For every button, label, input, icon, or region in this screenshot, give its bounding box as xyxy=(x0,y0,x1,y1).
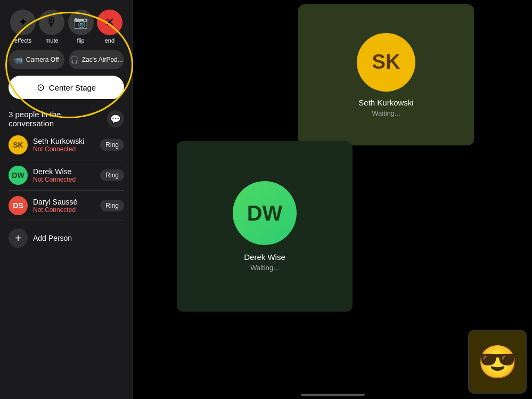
camera-label: Camera Off xyxy=(26,56,59,63)
avatar-seth-list: SK xyxy=(9,135,28,154)
people-section-header: 3 people in the conversation 💬 xyxy=(0,105,133,130)
center-stage-button[interactable]: ⊙ Center Stage xyxy=(9,76,124,99)
mute-button[interactable]: 🎙 mute xyxy=(39,10,64,44)
sidebar-panel: ✦ effects 🎙 mute 📷 flip ✕ end 📹 Camera O… xyxy=(0,0,133,399)
avatar-derek: DW xyxy=(233,181,297,245)
airpod-label: Zac's AirPod... xyxy=(82,56,123,63)
self-emoji: 😎 xyxy=(469,331,526,393)
device-row: 📹 Camera Off 🎧 Zac's AirPod... xyxy=(0,48,133,74)
effects-label: effects xyxy=(14,37,31,44)
add-person-button[interactable]: + Add Person xyxy=(0,221,133,255)
end-icon: ✕ xyxy=(97,10,122,35)
headphone-icon: 🎧 xyxy=(70,55,79,64)
add-person-label: Add Person xyxy=(33,234,72,242)
effects-button[interactable]: ✦ effects xyxy=(10,10,36,44)
center-stage-icon: ⊙ xyxy=(37,82,45,93)
participant-daryl-row: DS Daryl Saussè Not Connected Ring xyxy=(0,191,133,221)
seth-info: Seth Kurkowski Not Connected xyxy=(33,137,95,153)
seth-name: Seth Kurkowski xyxy=(33,137,95,145)
derek-info: Derek Wise Not Connected xyxy=(33,167,95,183)
flip-icon: 📷 xyxy=(68,10,94,35)
self-view-thumbnail: 😎 xyxy=(468,330,527,394)
derek-ring-button[interactable]: Ring xyxy=(100,169,124,181)
derek-status: Not Connected xyxy=(33,176,95,183)
tile-derek-status: Waiting... xyxy=(250,264,279,272)
controls-row: ✦ effects 🎙 mute 📷 flip ✕ end xyxy=(0,0,133,48)
mute-icon: 🎙 xyxy=(39,10,64,35)
video-area: SK Seth Kurkowski Waiting... DW Derek Wi… xyxy=(133,0,532,399)
people-count: 3 people in the conversation xyxy=(9,110,107,128)
tile-seth: SK Seth Kurkowski Waiting... xyxy=(298,4,474,145)
participant-list: SK Seth Kurkowski Not Connected Ring DW … xyxy=(0,130,133,399)
scroll-indicator xyxy=(301,394,365,396)
daryl-ring-button[interactable]: Ring xyxy=(100,200,124,211)
tile-derek: DW Derek Wise Waiting... xyxy=(177,141,353,312)
avatar-seth: SK xyxy=(357,33,415,92)
avatar-daryl-list: DS xyxy=(9,196,28,215)
airpod-button[interactable]: 🎧 Zac's AirPod... xyxy=(69,50,125,69)
seth-ring-button[interactable]: Ring xyxy=(100,139,124,151)
avatar-derek-list: DW xyxy=(9,166,28,185)
tile-seth-name: Seth Kurkowski xyxy=(358,98,413,107)
daryl-name: Daryl Saussè xyxy=(33,198,95,206)
participant-seth-row: SK Seth Kurkowski Not Connected Ring xyxy=(0,130,133,160)
tile-derek-name: Derek Wise xyxy=(244,253,285,262)
flip-label: flip xyxy=(77,37,85,44)
seth-status: Not Connected xyxy=(33,145,95,153)
mute-label: mute xyxy=(45,37,58,44)
end-label: end xyxy=(105,37,114,44)
message-button[interactable]: 💬 xyxy=(107,110,124,127)
add-person-icon: + xyxy=(9,229,28,248)
daryl-status: Not Connected xyxy=(33,206,95,214)
flip-button[interactable]: 📷 flip xyxy=(68,10,94,44)
daryl-info: Daryl Saussè Not Connected xyxy=(33,198,95,214)
camera-off-button[interactable]: 📹 Camera Off xyxy=(9,50,64,69)
derek-name: Derek Wise xyxy=(33,167,95,176)
end-button[interactable]: ✕ end xyxy=(97,10,122,44)
tile-seth-status: Waiting... xyxy=(372,109,400,117)
center-stage-label: Center Stage xyxy=(49,83,96,92)
participant-derek-row: DW Derek Wise Not Connected Ring xyxy=(0,160,133,190)
effects-icon: ✦ xyxy=(10,10,36,35)
camera-icon: 📹 xyxy=(14,55,23,64)
